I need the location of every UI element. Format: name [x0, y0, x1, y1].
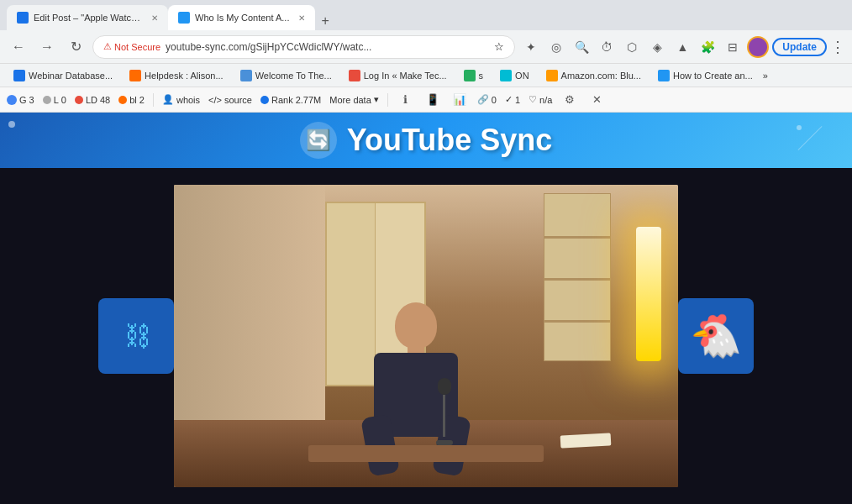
seo-g-item[interactable]: G 3 [7, 95, 34, 105]
chain-link-icon: ⛓ [124, 321, 148, 352]
bookmark-favicon-s [464, 70, 476, 81]
seo-settings-button[interactable]: ⚙ [560, 91, 579, 109]
forward-button[interactable]: → [35, 35, 59, 59]
toolbar: ← → ↻ ⚠ Not Secure youtube-sync.com/gSij… [0, 30, 852, 64]
video-wrapper: ⛓ [174, 185, 678, 487]
seo-l-item[interactable]: L 0 [43, 95, 66, 105]
plugin-icon-3[interactable]: ▲ [671, 36, 693, 58]
tab-1[interactable]: Edit Post – "Apple Watch ... ✕ [7, 5, 168, 30]
seo-more-label: More data [329, 95, 371, 105]
tab-label-2: Who Is My Content A... [195, 13, 290, 23]
new-tab-button[interactable]: + [315, 13, 336, 29]
bookmark-favicon-login [349, 70, 360, 81]
seo-l-count: 0 [61, 95, 66, 105]
refresh-button[interactable]: ↻ [64, 35, 87, 59]
seo-g-icon [7, 95, 17, 105]
seo-whois-label: whois [176, 95, 200, 105]
sync-emoji: 🔄 [306, 129, 331, 152]
update-button[interactable]: Update [772, 38, 827, 56]
browser-frame: Edit Post – "Apple Watch ... ✕ Who Is My… [0, 0, 852, 504]
bookmark-login[interactable]: Log In « Make Tec... [342, 68, 454, 83]
bookmark-on[interactable]: ON [493, 68, 536, 83]
bookmark-welcome[interactable]: Welcome To The... [234, 68, 339, 83]
shelf-1 [544, 236, 610, 239]
windows-icon[interactable]: ⊟ [722, 36, 744, 58]
seo-bl-item[interactable]: bl 2 [118, 95, 145, 105]
seo-ld-item[interactable]: LD 48 [75, 95, 110, 105]
bookmark-favicon-welcome [240, 70, 252, 81]
star-icon[interactable]: ☆ [494, 40, 504, 53]
seo-l-label: L [54, 95, 59, 105]
bookmark-label-howto: How to Create an... [673, 71, 753, 81]
tab-favicon-2 [178, 12, 190, 24]
shelf-2 [544, 278, 610, 281]
bookmark-s[interactable]: s [457, 68, 491, 83]
seo-links-in: ✓ 1 [505, 94, 520, 105]
bookmark-favicon-helpdesk [129, 70, 141, 81]
seo-chart-button[interactable]: 📊 [450, 91, 469, 109]
bookmark-favicon-amazon [546, 70, 558, 81]
chrome-menu-button[interactable]: ⋮ [830, 38, 845, 56]
seo-rank-item[interactable]: Rank 2.77M [260, 95, 321, 105]
seo-info-button[interactable]: ℹ [397, 91, 415, 109]
plugin-icon-2[interactable]: ◈ [646, 36, 668, 58]
microphone [436, 378, 453, 445]
not-secure-label: Not Secure [114, 42, 160, 52]
video-scene [174, 185, 678, 487]
tab-bar: Edit Post – "Apple Watch ... ✕ Who Is My… [0, 0, 852, 30]
seo-bl-icon [118, 96, 127, 104]
seo-ld-icon [75, 96, 83, 104]
seo-rank-value: 2.77M [296, 95, 322, 105]
bookmark-favicon-howto [658, 70, 670, 81]
bookmark-label-on: ON [515, 71, 529, 81]
seo-na-label: n/a [539, 95, 552, 105]
mic-base [436, 440, 453, 445]
history-icon[interactable]: ⏱ [596, 36, 618, 58]
bookmark-helpdesk[interactable]: Helpdesk : Alison... [123, 68, 230, 83]
tab-label-1: Edit Post – "Apple Watch ... [34, 13, 143, 23]
chicken-icon: 🐔 [690, 312, 742, 360]
tab-favicon-1 [17, 12, 29, 24]
seo-bl-count: 2 [139, 95, 145, 105]
seo-links-na: ♡ n/a [529, 94, 552, 105]
address-bar[interactable]: ⚠ Not Secure youtube-sync.com/gSijHpYCcW… [92, 35, 515, 59]
back-button[interactable]: ← [7, 35, 30, 59]
video-player[interactable] [174, 185, 678, 487]
wardrobe-door-left [327, 203, 376, 385]
seo-mobile-button[interactable]: 📱 [423, 91, 442, 109]
tab-close-2[interactable]: ✕ [298, 13, 305, 23]
extensions-icon[interactable]: ✦ [520, 36, 542, 58]
light-source [636, 227, 661, 361]
plugin-icon-1[interactable]: ⬡ [621, 36, 643, 58]
mic-head [438, 378, 451, 395]
profile-avatar[interactable] [747, 36, 769, 58]
tab-2[interactable]: Who Is My Content A... ✕ [168, 5, 315, 30]
bookmark-icon[interactable]: ◎ [545, 36, 567, 58]
bookmark-webinar[interactable]: Webinar Database... [7, 68, 119, 83]
not-secure-indicator: ⚠ Not Secure [103, 41, 160, 52]
check-icon: ✓ [505, 94, 513, 105]
seo-toolbar: G 3 L 0 LD 48 bl 2 👤 whois </> source [0, 87, 852, 113]
user-icon: 👤 [162, 94, 174, 105]
tab-close-1[interactable]: ✕ [151, 13, 158, 23]
shelf-unit [544, 193, 611, 361]
puzzle-icon[interactable]: 🧩 [697, 36, 718, 58]
seo-close-button[interactable]: ✕ [587, 91, 606, 109]
bookmark-label-amazon: Amazon.com: Blu... [561, 71, 641, 81]
bookmark-label-webinar: Webinar Database... [29, 71, 113, 81]
seo-divider-1 [153, 93, 154, 107]
desk [308, 445, 544, 462]
bookmarks-bar: Webinar Database... Helpdesk : Alison...… [0, 64, 852, 87]
bookmark-amazon[interactable]: Amazon.com: Blu... [539, 68, 648, 83]
seo-source-item[interactable]: </> source [208, 95, 252, 105]
seo-whois-item[interactable]: 👤 whois [162, 94, 200, 105]
seo-links-out: 🔗 0 [477, 94, 497, 105]
bookmark-label-s: s [479, 71, 484, 81]
seo-more-data[interactable]: More data ▾ [329, 94, 379, 105]
seo-tool-icon[interactable]: 🔍 [571, 36, 592, 58]
bookmark-label-helpdesk: Helpdesk : Alison... [145, 71, 224, 81]
site-header: 🔄 YouTube Sync [0, 113, 852, 168]
bookmark-howto[interactable]: How to Create an... [651, 68, 760, 83]
bookmarks-more[interactable]: » [763, 71, 768, 81]
seo-source-label: source [224, 95, 252, 105]
